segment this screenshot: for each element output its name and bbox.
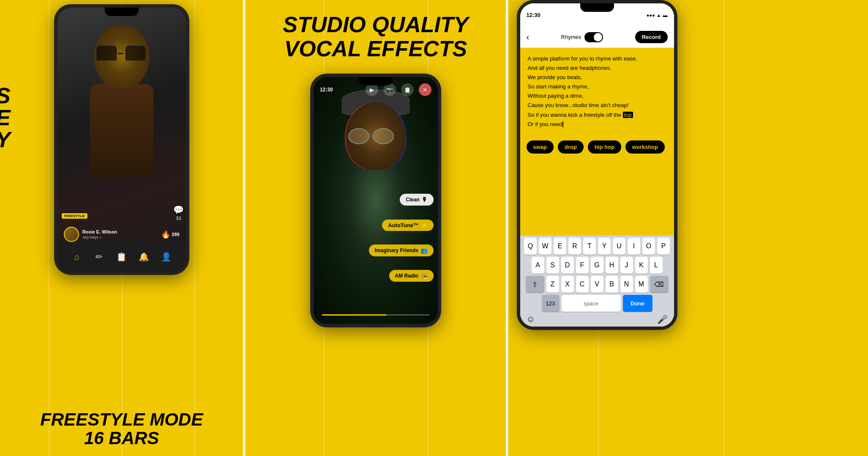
key-g[interactable]: G: [591, 257, 603, 274]
key-o[interactable]: O: [642, 238, 655, 255]
keyboard-row-2: A S D F G H J K L: [520, 255, 674, 274]
user-name: Roxie E. Wilson: [82, 229, 117, 235]
lyrics-line-1: A simple platform for you to rhyme with …: [528, 54, 666, 63]
record-button[interactable]: Record: [635, 31, 668, 43]
comment-area: 💬 33: [173, 205, 184, 221]
key-u[interactable]: U: [613, 238, 625, 255]
chip-hiphop[interactable]: hip hop: [588, 140, 621, 154]
emoji-button[interactable]: ☺: [527, 314, 535, 324]
key-m[interactable]: M: [635, 276, 648, 293]
fire-count-area: 🔥 289: [161, 230, 179, 239]
panel-studio: STUDIO QUALITY VOCAL EFFECTS 12:30 ▶ 📷 📋…: [246, 0, 507, 456]
panel-lyrics: 12:30 ●●● ▲ ▬ ‹ Rhymes: [508, 0, 868, 456]
key-t[interactable]: T: [583, 238, 596, 255]
user-subtitle: Airy Keys ♪: [82, 235, 117, 239]
play-count: 289: [172, 232, 179, 237]
key-f[interactable]: F: [576, 257, 589, 274]
glasses: [96, 46, 147, 60]
letter-s: S: [0, 85, 11, 107]
nav-profile[interactable]: 👤: [160, 251, 172, 263]
key-done[interactable]: Done: [623, 295, 652, 312]
comment-icon: 💬: [173, 205, 184, 215]
key-i[interactable]: I: [628, 238, 640, 255]
effect-autotune[interactable]: AutoTune™ ⚡: [382, 220, 434, 231]
key-b[interactable]: B: [606, 276, 618, 293]
key-n[interactable]: N: [620, 276, 633, 293]
close-btn[interactable]: ✕: [419, 83, 431, 96]
key-shift[interactable]: ⇧: [526, 276, 544, 293]
key-s[interactable]: S: [546, 257, 559, 274]
user-sub-text: Airy Keys: [82, 235, 98, 239]
left-edge-letters: S E Y: [0, 85, 11, 151]
effect-clean[interactable]: Clean 🎙: [400, 194, 434, 206]
key-w[interactable]: W: [539, 238, 551, 255]
lyrics-line-8: Or if you need: [528, 120, 666, 129]
key-space[interactable]: space: [562, 295, 621, 312]
panel3-content: 12:30 ●●● ▲ ▬ ‹ Rhymes: [508, 0, 868, 456]
panel1-title-line2: 16 BARS: [0, 429, 243, 448]
body: [90, 84, 153, 177]
back-button[interactable]: ‹: [527, 32, 530, 42]
comment-count: 33: [176, 216, 181, 221]
key-z[interactable]: Z: [546, 276, 559, 293]
key-h[interactable]: H: [606, 257, 618, 274]
toggle-thumb: [594, 33, 602, 41]
studio-face: [346, 102, 405, 170]
suggestion-chips: swap drop hip hop workshop: [520, 135, 674, 159]
key-x[interactable]: X: [561, 276, 574, 293]
rhymes-toggle[interactable]: [584, 32, 603, 42]
key-q[interactable]: Q: [524, 238, 537, 255]
key-d[interactable]: D: [561, 257, 574, 274]
key-l[interactable]: L: [650, 257, 663, 274]
signal-icon: ●●●: [647, 13, 655, 18]
clean-icon: 🎙: [422, 196, 428, 203]
nav-bell[interactable]: 🔔: [138, 251, 150, 263]
key-backspace[interactable]: ⌫: [650, 276, 669, 293]
copy-btn[interactable]: 📋: [401, 83, 414, 96]
panel1-bottom-text: FREESTYLE MODE 16 BARS: [0, 410, 243, 448]
user-details: Roxie E. Wilson Airy Keys ♪: [82, 229, 117, 239]
chip-workshop[interactable]: workshop: [625, 140, 665, 154]
key-y[interactable]: Y: [598, 238, 611, 255]
chip-swap[interactable]: swap: [527, 140, 554, 154]
sg-left: [348, 128, 369, 144]
keyboard-bottom-bar: ☺ 🎤: [520, 314, 674, 327]
key-e[interactable]: E: [554, 238, 566, 255]
letter-y: Y: [0, 129, 11, 151]
effect-amradio[interactable]: AM Radio 📻: [389, 270, 434, 282]
studio-glasses: [348, 128, 403, 145]
autotune-icon: ⚡: [421, 222, 428, 228]
key-num[interactable]: 123: [542, 295, 560, 312]
key-r[interactable]: R: [568, 238, 581, 255]
phone-screen-3: 12:30 ●●● ▲ ▬ ‹ Rhymes: [520, 3, 674, 327]
panel1-title-line1: FREESTYLE MODE: [0, 410, 243, 429]
fire-icon: 🔥: [161, 230, 170, 239]
nav-edit[interactable]: ✏: [93, 251, 105, 263]
wifi-icon: ▲: [657, 13, 661, 18]
nav-home[interactable]: ⌂: [71, 251, 83, 263]
user-left: Roxie E. Wilson Airy Keys ♪: [64, 227, 117, 242]
key-c[interactable]: C: [576, 276, 589, 293]
chip-drop[interactable]: drop: [558, 140, 584, 154]
key-k[interactable]: K: [635, 257, 648, 274]
nav-clipboard[interactable]: 📋: [116, 251, 128, 263]
letter-e: E: [0, 107, 11, 129]
effect-imaginary[interactable]: Imaginary Friends 👥: [369, 244, 434, 256]
user-info-bar: Roxie E. Wilson Airy Keys ♪ 🔥 289: [62, 227, 182, 242]
glasses-right: [126, 46, 146, 60]
key-a[interactable]: A: [532, 257, 544, 274]
key-v[interactable]: V: [591, 276, 603, 293]
phone-notch-3: [580, 3, 614, 12]
keyboard-row-4: 123 space Done: [520, 293, 674, 314]
panel-freestyle: S E Y FREESTY: [0, 0, 244, 456]
battery-icon: ▬: [663, 13, 668, 18]
keyboard-row-3: ⇧ Z X C V B N M ⌫: [520, 274, 674, 293]
phone-notch-2: [359, 77, 393, 85]
mic-button[interactable]: 🎤: [657, 314, 668, 324]
studio-time: 12:30: [320, 87, 333, 93]
p3-nav-bar: ‹ Rhymes Record: [520, 27, 674, 48]
music-icon: ♪: [100, 235, 102, 239]
key-j[interactable]: J: [620, 257, 633, 274]
key-p[interactable]: P: [657, 238, 670, 255]
rhymes-toggle-area: Rhymes: [561, 32, 603, 42]
